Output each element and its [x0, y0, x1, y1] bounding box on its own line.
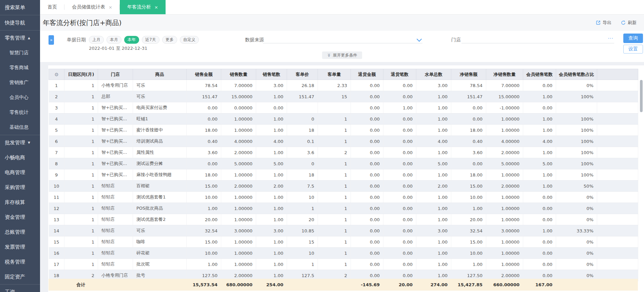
- cell: [318, 102, 351, 113]
- sidebar-item-小畅电商[interactable]: 小畅电商: [0, 150, 40, 165]
- table-row[interactable]: 61智+已购买...培训测试商品0.404.000004.000.110.000…: [49, 136, 638, 147]
- table-row[interactable]: 81智+已购买...测试运费分摊0.005.000005.00010.000.0…: [49, 158, 638, 169]
- cell: 3.00: [416, 80, 451, 91]
- tab-年客流分析[interactable]: 年客流分析×: [120, 0, 166, 14]
- table-row[interactable]: 161邹邹店碎花裙10.001.000001.001010.000.001.00…: [49, 248, 638, 259]
- date-chip-本年[interactable]: 本年: [124, 36, 139, 44]
- sidebar-item-发票管理[interactable]: 发票管理: [0, 239, 40, 254]
- query-button[interactable]: 查询: [623, 34, 643, 43]
- cell: 9: [49, 169, 64, 181]
- expand-more-conditions[interactable]: ≫ 展开更多条件: [322, 51, 362, 59]
- sidebar-item-搜索菜单[interactable]: 搜索菜单: [0, 0, 40, 15]
- scrollbar-thumb[interactable]: [640, 80, 643, 112]
- column-header-销售数量[interactable]: 销售数量: [221, 69, 256, 80]
- date-chip-上月[interactable]: 上月: [89, 36, 104, 44]
- column-header-净销售额[interactable]: 净销售额: [451, 69, 486, 80]
- sidebar-item-会员中心[interactable]: 会员中心: [0, 90, 40, 105]
- column-header-客单量[interactable]: 客单量: [318, 69, 351, 80]
- sidebar-item-零售商城[interactable]: 零售商城: [0, 60, 40, 75]
- sidebar-item-总账管理[interactable]: 总账管理: [0, 225, 40, 239]
- vertical-scrollbar[interactable]: [640, 70, 643, 289]
- cell: 0.00: [351, 192, 383, 203]
- tab-首页[interactable]: 首页: [40, 0, 64, 14]
- table-row[interactable]: 151邹邹店咖啡15.001.000001.001510.000.001.001…: [49, 236, 638, 248]
- table-row[interactable]: 71智+已购买...属性属性3.602.000001.003.620.000.0…: [49, 147, 638, 158]
- cell: 1.00: [383, 102, 416, 113]
- cell: 15: [287, 236, 318, 248]
- column-header-销售金额[interactable]: 销售金额: [187, 69, 221, 80]
- cell: 1: [64, 80, 98, 91]
- column-header-商品[interactable]: 商品: [133, 69, 187, 80]
- cell: 18.00: [187, 169, 221, 181]
- column-header-门店[interactable]: 门店: [98, 69, 133, 80]
- cell: 100%: [556, 113, 597, 125]
- column-header-销售笔数[interactable]: 销售笔数: [256, 69, 287, 80]
- cell: 1.00: [187, 203, 221, 214]
- sidebar-item-label: 发票管理: [5, 244, 25, 250]
- sidebar-item-电商管理[interactable]: 电商管理: [0, 165, 40, 180]
- close-icon[interactable]: ×: [154, 5, 158, 10]
- sidebar-item-资金管理[interactable]: 资金管理: [0, 210, 40, 225]
- cell: 1.00: [523, 147, 556, 158]
- table-row[interactable]: 101邹邹店百褶裙15.002.000002.007.510.000.002.0…: [49, 181, 638, 192]
- column-header-净销售数量[interactable]: 净销售数量: [486, 69, 523, 80]
- close-icon[interactable]: ×: [109, 5, 112, 10]
- table-row[interactable]: 41智+已购买...旺铺10.001.000001.00010.000.001.…: [49, 113, 638, 125]
- cell: 0.00: [383, 91, 416, 102]
- column-header-水单总数[interactable]: 水单总数: [416, 69, 451, 80]
- table-row[interactable]: 111邹邹店测试优惠套餐110.001.000001.001010.000.00…: [49, 192, 638, 203]
- date-chip-更多[interactable]: 更多: [162, 36, 177, 44]
- date-chip-自定义[interactable]: 自定义: [180, 36, 199, 44]
- cell: 10.85: [287, 225, 318, 236]
- column-header-会员销售笔数[interactable]: 会员销售笔数: [523, 69, 556, 80]
- cell: 0.40: [451, 136, 486, 147]
- table-row[interactable]: 171邹邹店批次呢1.001.000001.00110.000.001.001.…: [49, 259, 638, 270]
- sidebar-item-零售统计[interactable]: 零售统计: [0, 105, 40, 120]
- sidebar-item-基础信息[interactable]: 基础信息: [0, 120, 40, 135]
- export-button[interactable]: 导出: [596, 20, 611, 26]
- cell: 100%: [556, 91, 597, 102]
- sidebar-item-工资[interactable]: 工资: [0, 284, 40, 292]
- sidebar-item-固定资产[interactable]: 固定资产: [0, 269, 40, 284]
- sidebar-item-零售管理[interactable]: 零售管理▲: [0, 30, 40, 45]
- cell: 0.00: [383, 169, 416, 181]
- collapse-filter-button[interactable]: »: [49, 35, 54, 45]
- sidebar-item-批发管理[interactable]: 批发管理▼: [0, 135, 40, 150]
- cell: 邹邹店: [98, 248, 133, 259]
- column-header-会员销售笔数占比[interactable]: 会员销售笔数占比: [556, 69, 597, 80]
- table-row[interactable]: 121邹邹店POS批次商品1.001.000001.00110.000.001.…: [49, 203, 638, 214]
- column-header-客单价[interactable]: 客单价: [287, 69, 318, 80]
- table-row[interactable]: 21总部可乐151.4715.000001.00151.47150.000.00…: [49, 91, 638, 102]
- cell: 1: [64, 158, 98, 169]
- data-source-select[interactable]: [263, 34, 422, 43]
- refresh-icon: [621, 20, 626, 25]
- column-settings-gear-icon[interactable]: ⚙: [49, 69, 64, 80]
- sidebar-item-快捷导航[interactable]: 快捷导航: [0, 15, 40, 30]
- cell: -1.00000: [486, 102, 523, 113]
- column-header-退货金额[interactable]: 退货金额: [351, 69, 383, 80]
- settings-button[interactable]: 设置: [623, 45, 643, 54]
- date-chip-近7天[interactable]: 近7天: [142, 36, 159, 44]
- sidebar-item-营销推广[interactable]: 营销推广: [0, 75, 40, 90]
- sidebar-item-采购管理[interactable]: 采购管理: [0, 180, 40, 195]
- table-row[interactable]: 131邹邹店测试优惠套餐220.001.000001.002010.000.00…: [49, 214, 638, 225]
- table-row[interactable]: 51智+已购买...蜜汁香辣翅中18.001.000001.001810.000…: [49, 125, 638, 136]
- date-range-text[interactable]: 2022-01-01 至 2022-12-31: [89, 45, 147, 51]
- table-row[interactable]: 11小艳专用门店可乐78.547.000003.0026.182.330.000…: [49, 80, 638, 91]
- cell-filler: [597, 192, 638, 203]
- column-header-日期区间(月)[interactable]: 日期区间(月): [64, 69, 98, 80]
- column-header-退货笔数[interactable]: 退货笔数: [383, 69, 416, 80]
- table-row[interactable]: 31智+已购买...电商买家付运费0.000.000000.000.001.00…: [49, 102, 638, 113]
- refresh-button[interactable]: 刷新: [621, 20, 637, 26]
- sidebar-item-税务管理[interactable]: 税务管理: [0, 254, 40, 269]
- sidebar-item-智慧门店[interactable]: 智慧门店: [0, 45, 40, 60]
- cell: 15.00: [451, 181, 486, 192]
- sidebar-item-库存核算[interactable]: 库存核算: [0, 195, 40, 210]
- table-row[interactable]: 141邹邹店可乐32.543.000003.0010.8510.000.003.…: [49, 225, 638, 236]
- date-chip-本月[interactable]: 本月: [107, 36, 121, 44]
- sidebar-item-label: 固定资产: [5, 274, 25, 280]
- store-select[interactable]: ···: [461, 34, 614, 43]
- tab-会员储值统计表[interactable]: 会员储值统计表×: [64, 0, 120, 14]
- table-row[interactable]: 91智+已购买...麻辣小吃香辣鸭翅18.001.000001.001810.0…: [49, 169, 638, 181]
- cell: 18.00: [187, 125, 221, 136]
